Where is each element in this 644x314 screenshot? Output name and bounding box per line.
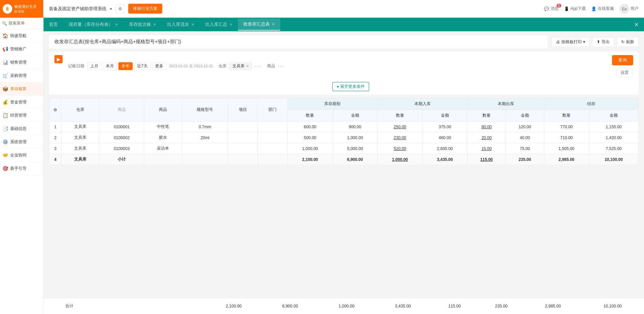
date-filter-label: 记账日期 xyxy=(68,63,84,69)
date-btn-7days[interactable]: 近7天 xyxy=(134,62,151,70)
subtotal-bal-amt: 10,100.00 xyxy=(589,154,638,165)
row3-in-amt: 2,600.00 xyxy=(423,143,467,154)
tab-inout-summary[interactable]: 出入库汇总 ✕ xyxy=(200,19,238,30)
row1-out-qty[interactable]: 80.00 xyxy=(467,121,506,132)
row3-out-qty[interactable]: 15.00 xyxy=(467,143,506,154)
row3-spec xyxy=(182,143,228,154)
row1-in-qty[interactable]: 250.00 xyxy=(378,121,423,132)
sidebar-item-finance[interactable]: 💰 资金管理 xyxy=(0,96,43,109)
sidebar-item-quicknav[interactable]: 🏠 快捷导航 xyxy=(0,29,43,43)
sidebar: 6 畅捷通好生意 标准版 🔍 搜索菜单 🏠 快捷导航 📢 营销推广 📊 销售管理… xyxy=(0,0,44,314)
page-content: 收发存汇总表(按仓库+商品编码+商品+规格型号+项目+部门) 🖨 按模板打印 ▾… xyxy=(44,31,644,298)
system-name: 装备及固定资产辅助管理系统 xyxy=(49,6,106,12)
tab-inout-flow[interactable]: 出入库流水 ✕ xyxy=(162,19,200,30)
tab-close-icon[interactable]: ✕ xyxy=(229,22,232,27)
row2-out-qty[interactable]: 20.00 xyxy=(467,132,506,143)
expand-conditions-button[interactable]: ▾ 展开更多条件 xyxy=(332,82,369,91)
date-range: 2023-01-01 至 2023-12-31 xyxy=(169,64,213,69)
subtotal-label: 小计 xyxy=(99,154,144,165)
row1-name: 中性笔 xyxy=(144,121,182,132)
logo-text: 畅捷通好生意 标准版 xyxy=(14,4,37,14)
warehouse-tag[interactable]: 文具库 ✕ xyxy=(229,62,252,70)
tab-batch-ledger[interactable]: 库存批次账 ✕ xyxy=(123,19,162,30)
row2-in-amt: 460.00 xyxy=(423,132,467,143)
row2-bal-qty: 710.00 xyxy=(544,132,589,143)
subtotal-open-qty: 2,100.00 xyxy=(287,154,332,165)
tab-stock-distribution[interactable]: 现存量（库存分布表） ✕ xyxy=(63,19,123,30)
close-all-tabs-button[interactable]: ✕ xyxy=(629,19,644,31)
date-btn-this-year[interactable]: 本年 xyxy=(118,62,133,70)
col-out-amt-header: 金额 xyxy=(506,110,544,121)
row1-warehouse: 文具库 xyxy=(62,121,99,132)
tab-home[interactable]: 首页 xyxy=(44,19,63,30)
message-button[interactable]: 💬 消息 6 xyxy=(544,6,559,12)
total-bal-qty: 2,985.00 xyxy=(525,301,581,311)
print-button[interactable]: 🖨 按模板打印 ▾ xyxy=(551,37,590,47)
subtotal-in-qty[interactable]: 1,000.00 xyxy=(378,154,423,165)
row3-in-qty[interactable]: 520.00 xyxy=(378,143,423,154)
tab-close-icon[interactable]: ✕ xyxy=(272,22,275,27)
sidebar-item-basicinfo[interactable]: 📑 基础信息 xyxy=(0,122,43,135)
sidebar-item-guide[interactable]: 🎯 新手引导 xyxy=(0,162,43,175)
date-btn-prev-month[interactable]: 上月 xyxy=(87,62,101,70)
subtotal-out-amt: 235.00 xyxy=(506,154,544,165)
col-name-header: 商品 xyxy=(144,98,182,121)
system-dropdown[interactable]: ▾ xyxy=(110,6,112,11)
row3-code: 0100003 xyxy=(99,143,144,154)
warehouse-more-dots[interactable]: ··· xyxy=(255,63,261,69)
col-project-header: 项目 xyxy=(228,98,258,121)
tab-close-icon[interactable]: ✕ xyxy=(191,22,194,27)
export-button[interactable]: ⬆ 导出 xyxy=(592,37,614,47)
date-btn-more[interactable]: 更多 xyxy=(152,62,166,70)
online-service-button[interactable]: 👤 在线客服 xyxy=(591,6,614,12)
query-button[interactable]: 查询 xyxy=(612,55,633,65)
total-out-qty: 115.00 xyxy=(431,301,478,311)
set-button[interactable]: 设置 xyxy=(616,68,633,77)
app-download-button[interactable]: 📱 App下载 xyxy=(564,6,586,12)
col-opening-header: 库存期初 xyxy=(287,98,377,110)
goods-more-dots[interactable]: ··· xyxy=(278,63,284,69)
total-label: 合计 xyxy=(56,301,83,311)
row1-bal-qty: 770.00 xyxy=(544,121,589,132)
warehouse-tag-remove[interactable]: ✕ xyxy=(246,64,249,68)
date-btn-this-month[interactable]: 本月 xyxy=(103,62,117,70)
sidebar-item-sales[interactable]: 📊 销售管理 xyxy=(0,56,43,69)
sidebar-item-search[interactable]: 🔍 搜索菜单 xyxy=(0,18,43,29)
col-settings-header[interactable]: ⚙ xyxy=(49,98,62,121)
tab-close-icon[interactable]: ✕ xyxy=(115,22,118,27)
row3-warehouse: 文具库 xyxy=(62,143,99,154)
total-bal-amt: 10,100.00 xyxy=(581,301,644,311)
table-row: 2 文具库 0100002 胶水 20ml 500.00 1,000.00 23… xyxy=(49,132,639,143)
system-icon: ⚙️ xyxy=(2,139,8,145)
sidebar-item-inventory[interactable]: 📦 库存核算 xyxy=(0,82,43,96)
sidebar-item-system[interactable]: ⚙️ 系统管理 xyxy=(0,135,43,149)
row1-project xyxy=(228,121,258,132)
col-in-amt-header: 金额 xyxy=(423,110,467,121)
collapse-expand-button[interactable]: ▶ xyxy=(54,55,63,63)
logo-icon: 6 xyxy=(3,4,12,14)
row1-bal-amt: 1,155.00 xyxy=(589,121,638,132)
refresh-button[interactable]: ↻ 刷新 xyxy=(617,37,639,47)
row1-dept xyxy=(258,121,288,132)
row2-in-qty[interactable]: 230.00 xyxy=(378,132,423,143)
sidebar-item-collaboration[interactable]: 🤝 企业协同 xyxy=(0,149,43,162)
row2-open-qty: 500.00 xyxy=(287,132,332,143)
try-button[interactable]: 体验行业方案 xyxy=(128,4,162,14)
table-row: 3 文具库 0100003 采访本 1,000.00 5,000.00 520.… xyxy=(49,143,639,154)
page-title: 收发存汇总表(按仓库+商品编码+商品+规格型号+项目+部门) xyxy=(54,39,181,44)
col-dept-header: 部门 xyxy=(258,98,288,121)
top-header: 装备及固定资产辅助管理系统 ▾ ⚙ 体验行业方案 💬 消息 6 📱 App下载 … xyxy=(44,0,644,18)
sidebar-item-marketing[interactable]: 📢 营销推广 xyxy=(0,43,43,56)
warehouse-filter: 仓库 文具库 ✕ ··· xyxy=(218,62,261,70)
sidebar-item-operations[interactable]: 📋 经营管理 xyxy=(0,109,43,122)
tab-close-icon[interactable]: ✕ xyxy=(153,22,156,27)
user-menu[interactable]: Ea 用户 xyxy=(620,4,639,14)
service-icon: 👤 xyxy=(591,6,596,11)
tab-recv-send-summary[interactable]: 收发存汇总表 ✕ xyxy=(238,18,280,31)
settings-button[interactable]: ⚙ xyxy=(115,4,125,14)
sidebar-item-purchase[interactable]: 🛒 采购管理 xyxy=(0,69,43,82)
subtotal-out-qty[interactable]: 115.00 xyxy=(467,154,506,165)
marketing-icon: 📢 xyxy=(2,46,8,52)
row2-project xyxy=(228,132,258,143)
settings-icon: ⚙ xyxy=(53,108,57,112)
